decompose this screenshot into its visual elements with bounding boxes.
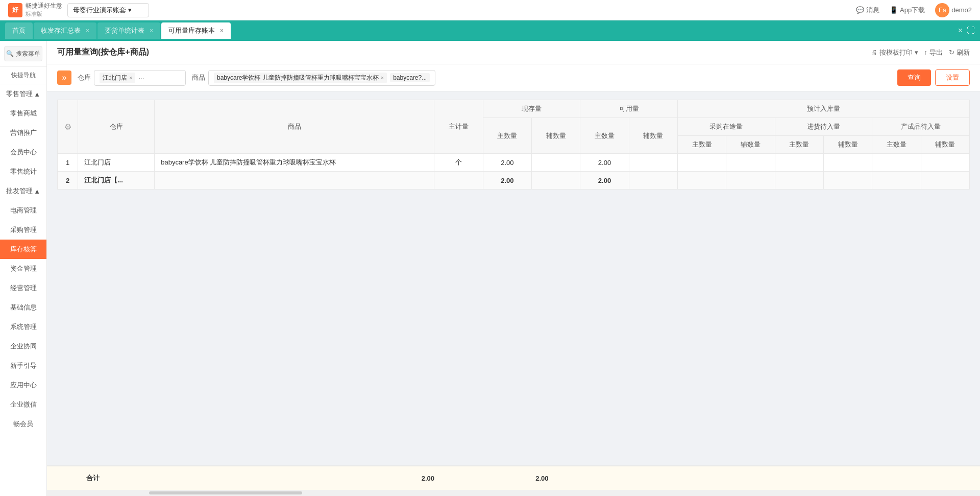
tab-receive-summary[interactable]: 收发存汇总表 × — [34, 22, 96, 39]
gear-icon[interactable]: ⚙ — [64, 123, 71, 131]
th-unit: 主计量 — [434, 100, 483, 154]
th-arrival-group: 进货待入量 — [775, 118, 872, 136]
row1-arrival-main — [775, 154, 823, 172]
sidebar-item-enterprise[interactable]: 企业协同 — [0, 337, 46, 356]
row2-unit — [434, 172, 483, 190]
scroll-thumb[interactable] — [149, 491, 302, 494]
th-warehouse: 仓库 — [78, 100, 155, 154]
th-production-main: 主数量 — [872, 136, 921, 154]
row1-arrival-aux — [823, 154, 872, 172]
nav-tab-actions: × ⛶ — [958, 26, 975, 35]
page-title: 可用量查询(按仓库+商品) — [57, 47, 149, 58]
logo-text: 畅捷通好生意 — [26, 2, 62, 10]
product-tag1-value: babycare学饮杯 儿童防摔防撞吸管杯重力球吸嘴杯宝宝水杯 — [217, 74, 379, 82]
row2-arrival-aux — [823, 172, 872, 190]
sidebar-item-retail-stats[interactable]: 零售统计 — [0, 162, 46, 181]
th-stock-main: 主数量 — [483, 118, 531, 154]
tab-home-label: 首页 — [12, 26, 26, 35]
search-menu-btn[interactable]: 🔍 搜索菜单 — [4, 46, 42, 61]
th-stock-group: 现存量 — [483, 100, 580, 118]
tab-order-stats[interactable]: 要货单统计表 × — [97, 22, 160, 39]
refresh-btn[interactable]: ↻ 刷新 — [949, 48, 970, 57]
finance-label: 资金管理 — [10, 264, 37, 273]
sidebar-item-retail-mall[interactable]: 零售商城 — [0, 104, 46, 123]
sidebar-item-member[interactable]: 会员中心 — [0, 143, 46, 162]
sidebar-item-operations[interactable]: 经营管理 — [0, 278, 46, 298]
product-input[interactable]: babycare学饮杯 儿童防摔防撞吸管杯重力球吸嘴杯宝宝水杯 × babyca… — [208, 70, 435, 86]
footer-available-main: 2.00 — [513, 470, 571, 486]
message-icon: 💬 — [856, 6, 864, 14]
th-arrival-aux: 辅数量 — [823, 136, 872, 154]
sidebar-item-inventory[interactable]: 库存核算 — [0, 240, 46, 259]
sidebar-item-wholesale-mgmt[interactable]: 批发管理 ▲ — [0, 181, 46, 201]
top-bar-left: 好 畅捷通好生意 标准版 母婴行业演示账套 ▾ — [8, 2, 149, 18]
tab-available-close[interactable]: × — [220, 27, 224, 34]
warehouse-label: 仓库 — [78, 73, 91, 82]
row2-stock-main: 2.00 — [483, 172, 531, 190]
sidebar-item-finance[interactable]: 资金管理 — [0, 259, 46, 278]
tab-receive-close[interactable]: × — [86, 27, 89, 34]
page-header: 可用量查询(按仓库+商品) 🖨 按模板打印 ▾ ↑ 导出 ↻ 刷新 — [47, 41, 980, 64]
chevron-icon: ▲ — [34, 90, 40, 98]
row2-production-aux — [921, 172, 969, 190]
row2-available-main: 2.00 — [580, 172, 629, 190]
tab-home[interactable]: 首页 — [5, 22, 33, 39]
user-area[interactable]: Ea demo2 — [935, 3, 972, 17]
warehouse-tag: 江北门店 × — [100, 73, 135, 83]
row2-stock-aux — [532, 172, 580, 190]
search-menu-label: 搜索菜单 — [16, 50, 40, 58]
chevron-icon2: ▲ — [34, 187, 40, 195]
industry-label: 母婴行业演示账套 — [73, 6, 126, 15]
sidebar-item-base-info[interactable]: 基础信息 — [0, 298, 46, 317]
setting-button[interactable]: 设置 — [935, 69, 970, 86]
th-arrival-main: 主数量 — [775, 136, 823, 154]
warehouse-input[interactable]: 江北门店 × ··· — [94, 70, 186, 86]
th-purchase-aux: 辅数量 — [726, 136, 775, 154]
sidebar-item-marketing[interactable]: 营销推广 — [0, 123, 46, 143]
query-button[interactable]: 查询 — [897, 69, 931, 86]
quick-nav-btn[interactable]: 快捷导航 — [0, 67, 46, 84]
row2-no: 2 — [58, 172, 78, 190]
warehouse-tag-value: 江北门店 — [103, 74, 127, 82]
base-info-label: 基础信息 — [10, 303, 37, 312]
retail-mgmt-label: 零售管理 — [6, 89, 33, 99]
sidebar-item-wechat[interactable]: 企业微信 — [0, 395, 46, 414]
sidebar-item-ecommerce[interactable]: 电商管理 — [0, 201, 46, 220]
warehouse-tag-close[interactable]: × — [129, 75, 132, 81]
th-purchase-main: 主数量 — [677, 136, 726, 154]
row1-purchase-aux — [726, 154, 775, 172]
print-btn[interactable]: 🖨 按模板打印 ▾ — [871, 48, 918, 57]
sidebar-item-retail-mgmt[interactable]: 零售管理 ▲ — [0, 84, 46, 104]
sidebar-item-purchase[interactable]: 采购管理 — [0, 220, 46, 240]
filter-toggle-btn[interactable]: » — [57, 70, 71, 85]
app-download-btn[interactable]: 📱 App下载 — [890, 6, 925, 15]
product-tag2-value: babycare?... — [393, 74, 427, 81]
sidebar-item-system[interactable]: 系统管理 — [0, 317, 46, 337]
filter-area: » 仓库 江北门店 × ··· 商品 babycare学饮杯 儿童防摔防撞吸管杯… — [47, 64, 980, 91]
restore-btn[interactable]: ⛶ — [967, 26, 975, 35]
close-all-tabs-btn[interactable]: × — [958, 26, 963, 35]
product-tag1-close[interactable]: × — [381, 75, 384, 81]
print-chevron: ▾ — [915, 49, 918, 56]
search-icon: 🔍 — [6, 50, 14, 57]
sidebar-item-chang-member[interactable]: 畅会员 — [0, 414, 46, 434]
row2-product — [155, 172, 434, 190]
message-btn[interactable]: 💬 消息 — [856, 6, 879, 15]
industry-selector[interactable]: 母婴行业演示账套 ▾ — [67, 3, 149, 17]
row1-available-aux — [629, 154, 677, 172]
row1-warehouse: 江北门店 — [78, 154, 155, 172]
print-icon: 🖨 — [871, 49, 877, 56]
row2-arrival-main — [775, 172, 823, 190]
sidebar-item-newbie[interactable]: 新手引导 — [0, 356, 46, 375]
table-container: ⚙ 仓库 商品 主计量 现存量 可用量 预计入库量 主数量 辅数量 主数量 辅数… — [47, 91, 980, 465]
logo-icon: 好 — [8, 3, 22, 17]
export-btn[interactable]: ↑ 导出 — [924, 48, 943, 57]
tab-order-close[interactable]: × — [150, 27, 153, 34]
main-layout: 🔍 搜索菜单 快捷导航 零售管理 ▲ 零售商城 营销推广 会员中心 零售统计 批… — [0, 41, 980, 496]
sidebar-item-app-center[interactable]: 应用中心 — [0, 375, 46, 395]
tab-available-stock[interactable]: 可用量库存账本 × — [161, 22, 231, 39]
avatar: Ea — [935, 3, 949, 17]
row1-stock-main: 2.00 — [483, 154, 531, 172]
th-available-main: 主数量 — [580, 118, 629, 154]
th-available-aux: 辅数量 — [629, 118, 677, 154]
